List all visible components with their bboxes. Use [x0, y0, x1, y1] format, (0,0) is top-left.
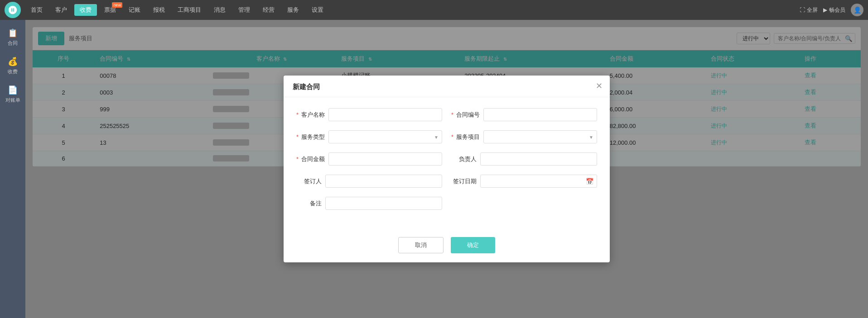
nav-item-business[interactable]: 工商项目 — [172, 4, 207, 16]
contract-icon: 📋 — [8, 28, 18, 38]
form-group-signer: 签订人 — [296, 175, 442, 188]
play-icon: ▶ — [823, 7, 827, 13]
new-badge: new — [112, 2, 122, 8]
nav-item-fee[interactable]: 收费 — [74, 4, 97, 16]
top-nav: 首页 客户 收费 票据 new 记账 报税 工商项目 消息 管理 经营 服务 设… — [0, 0, 868, 20]
nav-right: ⛶ 全屏 ▶ 畅会员 👤 — [800, 4, 863, 16]
nav-item-home[interactable]: 首页 — [25, 4, 48, 16]
nav-item-manage[interactable]: 管理 — [233, 4, 256, 16]
sign-date-label: 签订日期 — [451, 177, 477, 185]
nav-item-message[interactable]: 消息 — [208, 4, 231, 16]
form-group-service-item: * 服务项目 ▼ — [451, 130, 597, 143]
nav-item-tax[interactable]: 报税 — [148, 4, 170, 16]
form-group-sign-date: 签订日期 2023-06-06 📅 — [451, 175, 597, 188]
service-type-wrap: ▼ — [328, 130, 442, 143]
form-group-customer: * 客户名称 — [296, 108, 442, 121]
nav-item-service[interactable]: 服务 — [282, 4, 304, 16]
form-row-5: 备注 — [296, 197, 597, 210]
service-item-select[interactable] — [483, 130, 597, 143]
app-body: 📋 合同 💰 收费 📄 对账单 新增 服务项目 进行中 已完成 已终止 — [0, 20, 868, 318]
user-avatar[interactable]: 👤 — [851, 4, 863, 16]
modal-title: 新建合同 — [293, 83, 320, 90]
modal-body: * 客户名称 * 合同编号 — [284, 97, 610, 230]
statement-icon: 📄 — [8, 85, 18, 95]
confirm-button[interactable]: 确定 — [451, 237, 495, 253]
note-label: 备注 — [296, 199, 322, 208]
required-star-1: * — [296, 111, 299, 118]
responsible-label: 负责人 — [451, 155, 477, 163]
amount-input[interactable]: 0.00 — [328, 152, 442, 166]
required-star-4: * — [451, 133, 453, 140]
contract-no-input[interactable] — [483, 108, 597, 121]
sidebar-item-fee[interactable]: 💰 收费 — [2, 53, 24, 79]
form-group-service-type: * 服务类型 ▼ — [296, 130, 442, 143]
sidebar-item-statement[interactable]: 📄 对账单 — [2, 81, 24, 107]
customer-name-input[interactable] — [328, 108, 442, 121]
sidebar: 📋 合同 💰 收费 📄 对账单 — [0, 20, 25, 318]
sidebar-item-contract[interactable]: 📋 合同 — [2, 24, 24, 50]
modal-header: 新建合同 — [284, 76, 610, 97]
app-logo — [5, 2, 21, 18]
required-star-3: * — [296, 133, 299, 140]
nav-item-client[interactable]: 客户 — [50, 4, 72, 16]
signer-label: 签订人 — [296, 177, 322, 185]
form-group-amount: * 合同金额 0.00 — [296, 152, 442, 166]
service-item-label: * 服务项目 — [451, 133, 480, 141]
modal-overlay: 新建合同 ✕ * 客户名称 — [25, 20, 868, 318]
fee-icon: 💰 — [8, 57, 18, 66]
modal-footer: 取消 确定 — [284, 230, 610, 262]
member-btn[interactable]: ▶ 畅会员 — [823, 6, 845, 14]
sign-date-wrap: 2023-06-06 📅 — [480, 175, 597, 188]
nav-item-accounting[interactable]: 记账 — [123, 4, 146, 16]
service-type-select[interactable] — [328, 130, 442, 143]
form-group-contract-no: * 合同编号 — [451, 108, 597, 121]
cancel-button[interactable]: 取消 — [398, 237, 444, 253]
form-row-4: 签订人 签订日期 2023-06-06 📅 — [296, 175, 597, 188]
service-type-label: * 服务类型 — [296, 133, 325, 141]
modal-close-button[interactable]: ✕ — [596, 82, 603, 90]
form-group-note: 备注 — [296, 197, 442, 210]
form-row-3: * 合同金额 0.00 负责人 — [296, 152, 597, 166]
new-contract-modal: 新建合同 ✕ * 客户名称 — [284, 76, 610, 262]
nav-item-invoice[interactable]: 票据 new — [99, 4, 121, 16]
form-group-responsible: 负责人 — [451, 152, 597, 166]
note-input[interactable] — [325, 197, 442, 210]
main-content: 新增 服务项目 进行中 已完成 已终止 🔍 — [25, 20, 868, 318]
required-star-2: * — [451, 111, 453, 118]
fullscreen-btn[interactable]: ⛶ 全屏 — [800, 6, 818, 14]
sign-date-input[interactable]: 2023-06-06 — [480, 175, 597, 188]
customer-label: * 客户名称 — [296, 111, 325, 119]
contract-no-label: * 合同编号 — [451, 111, 480, 119]
service-item-wrap: ▼ — [483, 130, 597, 143]
required-star-5: * — [296, 156, 299, 162]
signer-input[interactable] — [325, 175, 442, 188]
form-row-2: * 服务类型 ▼ * — [296, 130, 597, 143]
nav-item-operation[interactable]: 经营 — [257, 4, 280, 16]
nav-item-settings[interactable]: 设置 — [306, 4, 329, 16]
amount-label: * 合同金额 — [296, 155, 325, 163]
nav-items: 首页 客户 收费 票据 new 记账 报税 工商项目 消息 管理 经营 服务 设… — [25, 4, 800, 16]
fullscreen-icon: ⛶ — [800, 7, 805, 13]
form-row-1: * 客户名称 * 合同编号 — [296, 108, 597, 121]
responsible-input[interactable] — [480, 152, 597, 166]
